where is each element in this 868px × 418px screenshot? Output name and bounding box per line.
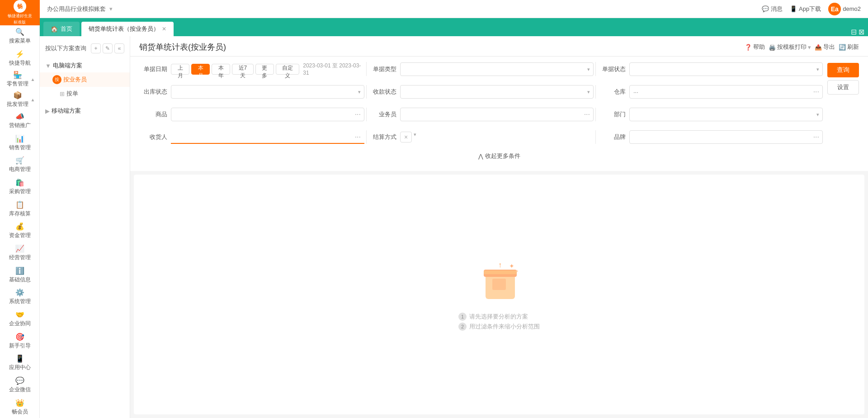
content-area: 按以下方案查询 + ✎ « ▼ 电脑端方案 按: [40, 36, 868, 418]
sidebar-item-enterprise[interactable]: 🤝 企业协同: [0, 308, 40, 330]
collapse-button[interactable]: ⋀ 收起更多条件: [473, 150, 526, 162]
consignee-dots-icon: ···: [355, 133, 361, 141]
sidebar-item-wholesale[interactable]: 📦 批发管理 ▲: [0, 90, 40, 110]
pay-status-select[interactable]: [400, 85, 594, 99]
collapse-icon: «: [118, 45, 121, 52]
sidebar-item-retail[interactable]: 🏪 零售管理 ▲: [0, 69, 40, 90]
sidebar-item-marketing[interactable]: 📣 营销推广: [0, 109, 40, 132]
print-label: 按模板打印: [777, 43, 807, 51]
sidebar-item-newbie[interactable]: 🎯 新手引导: [0, 330, 40, 352]
tree-mobile-parent[interactable]: ▶ 移动端方案: [40, 104, 130, 118]
filter-row-4: 收货人 ··· 结算方式 ×: [139, 130, 823, 144]
sidebar-item-ecommerce[interactable]: 🛒 电商管理: [0, 154, 40, 176]
brand-input[interactable]: [629, 130, 823, 144]
refresh-button[interactable]: 🔄 刷新: [839, 43, 859, 51]
sidebar-item-label: 快捷导航: [9, 59, 31, 67]
sidebar-item-operations[interactable]: 📈 经营管理: [0, 242, 40, 264]
divider4: [595, 85, 596, 99]
chevron-icon: ▲: [31, 77, 35, 82]
sidebar: 畅 畅捷通好生意 标准版 🔍 搜索菜单 ⚡ 快捷导航 🏪 零售管理 ▲ 📦 批发…: [0, 0, 40, 418]
refresh-label: 刷新: [847, 43, 859, 51]
pay-status-control: ▾: [400, 85, 594, 99]
sidebar-item-purchase[interactable]: 🛍️ 采购管理: [0, 176, 40, 198]
edit-scheme-button[interactable]: ✎: [103, 43, 113, 53]
date-more-button[interactable]: 更多: [255, 64, 274, 75]
date-custom-button[interactable]: 自定义: [276, 64, 300, 75]
user-profile[interactable]: Ea demo2: [828, 3, 861, 15]
brand-dots-icon: ···: [813, 133, 819, 141]
left-panel: 按以下方案查询 + ✎ « ▼ 电脑端方案 按: [40, 36, 130, 418]
tab-close-button[interactable]: ✕: [162, 26, 166, 32]
add-scheme-button[interactable]: +: [91, 43, 101, 53]
doc-status-select[interactable]: [629, 62, 823, 76]
consignee-control: ···: [171, 130, 364, 144]
tabbar: 🏠 首页 销货单统计表（按业务员） ✕ ⊟ ⊠: [40, 18, 868, 36]
warehouse-input[interactable]: [629, 85, 823, 99]
page-header: 销货单统计表(按业务员) ❓ 帮助 🖨️ 按模板打印 ▾ 📤: [130, 36, 868, 57]
print-dropdown-icon[interactable]: ▾: [808, 44, 811, 51]
page-title: 销货单统计表(按业务员): [139, 42, 226, 52]
topbar-right: 💬 消息 📱 App下载 Ea demo2: [762, 3, 861, 15]
department-select[interactable]: [629, 108, 823, 121]
help-icon: ❓: [745, 44, 752, 51]
sidebar-item-wechat[interactable]: 💬 企业微信: [0, 374, 40, 396]
tree-desktop-parent[interactable]: ▼ 电脑端方案: [40, 59, 130, 72]
export-button[interactable]: 📤 导出: [815, 43, 835, 51]
logo[interactable]: 畅 畅捷通好生意 标准版: [0, 0, 40, 25]
payment-method-arrow-icon: ▾: [414, 131, 416, 137]
store-icon: 🏪: [13, 71, 22, 79]
date-last-month-button[interactable]: 上月: [171, 64, 189, 75]
settings-button[interactable]: 设置: [827, 80, 859, 95]
tree-child-order[interactable]: ⊞ 按单: [40, 87, 130, 100]
help-button[interactable]: ❓ 帮助: [745, 43, 765, 51]
clipboard-icon: 📋: [15, 200, 24, 209]
date-this-year-button[interactable]: 本年: [212, 64, 230, 75]
sidebar-item-system[interactable]: ⚙️ 系统管理: [0, 286, 40, 308]
svg-text:✦: ✦: [515, 269, 519, 274]
cart-icon: 🛒: [15, 156, 24, 165]
suite-dropdown-arrow[interactable]: ▾: [109, 5, 113, 12]
message-button[interactable]: 💬 消息: [762, 5, 783, 13]
divider5: [366, 108, 367, 121]
sidebar-item-app-center[interactable]: 📱 应用中心: [0, 352, 40, 374]
left-panel-header: 按以下方案查询 + ✎ «: [40, 40, 130, 57]
payment-method-control: × ▾: [400, 132, 594, 142]
doc-type-select[interactable]: [400, 62, 594, 76]
hint-text-2: 用过滤条件来缩小分析范围: [469, 323, 540, 331]
hint-num-2: 2: [458, 323, 467, 331]
app-download-button[interactable]: 📱 App下载: [790, 5, 821, 13]
app-download-label: App下载: [799, 5, 821, 13]
date-range-display: 2023-03-01 至 2023-03-31: [303, 62, 364, 76]
out-status-select[interactable]: [171, 85, 364, 99]
sidebar-item-sales[interactable]: 📊 销售管理: [0, 132, 40, 154]
date-last-7-button[interactable]: 近7天: [232, 64, 253, 75]
tag-x-button[interactable]: ×: [404, 134, 408, 140]
divider6: [595, 108, 596, 121]
goods-dots-icon: ···: [355, 110, 361, 119]
tab-sales-stats[interactable]: 销货单统计表（按业务员） ✕: [81, 22, 174, 36]
sidebar-item-search[interactable]: 🔍 搜索菜单: [0, 25, 40, 48]
tree-child-salesperson[interactable]: 按 按业务员: [40, 72, 130, 87]
avatar: Ea: [828, 3, 841, 15]
sidebar-item-basic-info[interactable]: ℹ️ 基础信息: [0, 264, 40, 286]
query-button[interactable]: 查询: [827, 63, 859, 77]
sidebar-item-stock[interactable]: 📋 库存核算: [0, 198, 40, 220]
sidebar-item-finance[interactable]: 💰 资金管理: [0, 220, 40, 242]
salesperson-input[interactable]: [400, 108, 594, 121]
sidebar-item-member[interactable]: 👑 畅会员: [0, 396, 40, 418]
consignee-input[interactable]: [171, 130, 364, 144]
sidebar-item-label: 新手引导: [9, 342, 31, 350]
tree-mobile-label: 移动端方案: [52, 107, 81, 115]
message-icon: 💬: [762, 5, 769, 12]
tab-maximize-button[interactable]: ⊠: [859, 28, 864, 36]
tab-minimize-button[interactable]: ⊟: [851, 28, 857, 36]
goods-input[interactable]: [171, 108, 364, 121]
date-this-month-button[interactable]: 本月: [191, 64, 210, 75]
date-label: 单据日期: [139, 65, 171, 73]
doc-status-label: 单据状态: [598, 65, 629, 73]
collapse-panel-button[interactable]: «: [114, 43, 124, 53]
hint-num-1: 1: [458, 313, 467, 321]
tab-home[interactable]: 🏠 首页: [43, 22, 80, 36]
print-button[interactable]: 🖨️ 按模板打印 ▾: [769, 43, 811, 51]
sidebar-item-quick-nav[interactable]: ⚡ 快捷导航: [0, 47, 40, 69]
